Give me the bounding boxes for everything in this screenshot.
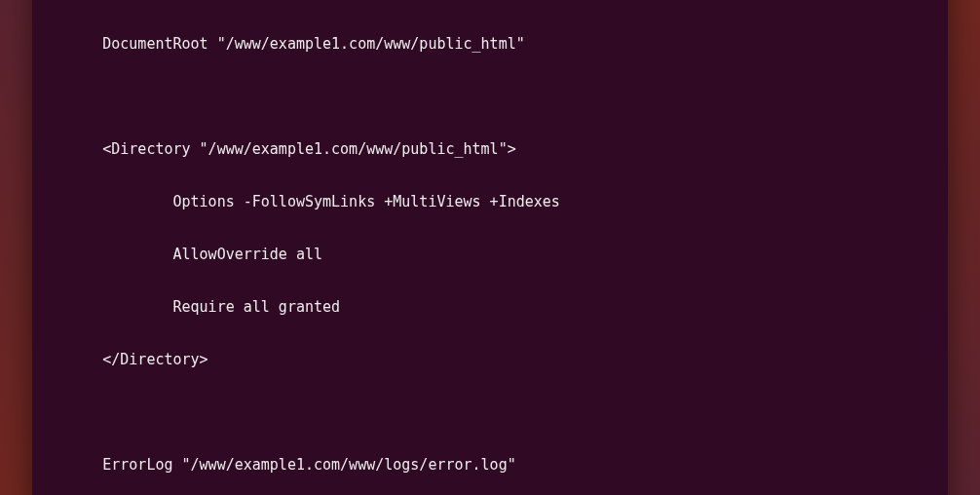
code-line: <Directory "/www/example1.com/www/public…	[32, 140, 948, 158]
code-line	[32, 88, 948, 105]
terminal-body[interactable]: GNU nano 2.9.3 www.example1.com.conf <Vi…	[32, 0, 948, 495]
code-line: AllowOverride all	[32, 246, 948, 263]
code-line: Options -FollowSymLinks +MultiViews +Ind…	[32, 193, 948, 210]
terminal-window: shovon@linuxhint: /etc/apache2/sites-ava…	[32, 0, 948, 495]
editor-content[interactable]: <VirtualHost *:80> ServerName example1.c…	[32, 0, 948, 495]
code-line: </Directory>	[32, 351, 948, 368]
code-line: DocumentRoot "/www/example1.com/www/publ…	[32, 35, 948, 53]
code-line: ErrorLog "/www/example1.com/www/logs/err…	[32, 456, 948, 474]
code-line	[32, 403, 948, 421]
code-line: Require all granted	[32, 298, 948, 316]
